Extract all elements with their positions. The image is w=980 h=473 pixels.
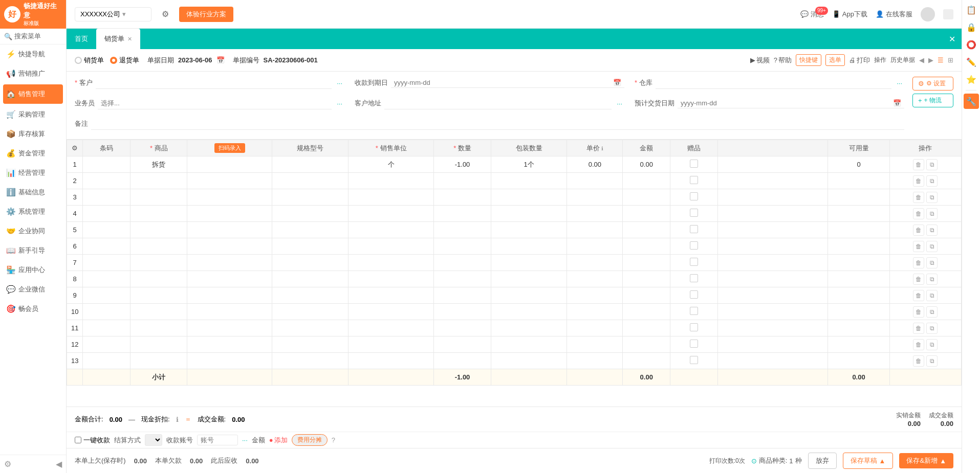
- tab-sales-order[interactable]: 销货单 ✕: [96, 29, 140, 49]
- copy-btn[interactable]: ⧉: [926, 192, 938, 203]
- delete-btn[interactable]: 🗑: [913, 290, 924, 301]
- address-more-icon[interactable]: ···: [615, 100, 624, 107]
- delete-btn[interactable]: 🗑: [913, 306, 924, 318]
- sidebar-item-inventory[interactable]: 📦 库存核算: [0, 124, 66, 144]
- right-icon-lock[interactable]: 🔒: [964, 19, 979, 35]
- tab-home[interactable]: 首页: [67, 29, 96, 49]
- td-note-1[interactable]: [717, 156, 827, 173]
- right-icon-orange[interactable]: 🔧: [964, 94, 979, 109]
- gift-checkbox[interactable]: [690, 176, 698, 184]
- customer-address-input[interactable]: [384, 97, 612, 109]
- sidebar-item-finance[interactable]: 💰 资金管理: [0, 144, 66, 163]
- list-view-icon[interactable]: ☰: [938, 56, 944, 64]
- copy-btn[interactable]: ⧉: [926, 306, 938, 318]
- delete-btn[interactable]: 🗑: [913, 224, 924, 236]
- collapse-icon[interactable]: ◀: [56, 459, 62, 469]
- td-unit-1[interactable]: 个: [349, 156, 434, 173]
- message-action[interactable]: 💬 消息 99+: [800, 10, 824, 19]
- tab-bar-close[interactable]: ✕: [949, 34, 962, 44]
- account-input[interactable]: [197, 435, 238, 445]
- sidebar-item-purchase[interactable]: 🛒 采购管理: [0, 105, 66, 124]
- sidebar-item-operations[interactable]: 📊 经营管理: [0, 163, 66, 183]
- due-date-input[interactable]: 📅: [391, 78, 624, 88]
- gift-checkbox[interactable]: [690, 290, 698, 299]
- radio-sales-order[interactable]: 销货单: [75, 56, 104, 65]
- expense-split-btn[interactable]: 费用分摊: [292, 434, 328, 446]
- select-btn[interactable]: 选单: [825, 54, 845, 66]
- sidebar-item-system[interactable]: ⚙️ 系统管理: [0, 202, 66, 221]
- due-date-value[interactable]: [394, 79, 611, 86]
- search-menu[interactable]: 🔍 搜索菜单: [0, 29, 66, 44]
- app-download-action[interactable]: 📱 App下载: [832, 10, 867, 19]
- td-qty-1[interactable]: -1.00: [434, 156, 491, 173]
- copy-btn[interactable]: ⧉: [926, 323, 938, 334]
- sidebar-item-basics[interactable]: ℹ️ 基础信息: [0, 183, 66, 202]
- copy-btn[interactable]: ⧉: [926, 224, 938, 236]
- sidebar-item-marketing[interactable]: 📢 营销推广: [0, 64, 66, 83]
- due-date-cal-icon[interactable]: 📅: [613, 79, 621, 86]
- user-menu[interactable]: [943, 9, 953, 19]
- right-icon-notes[interactable]: 📋: [964, 2, 979, 17]
- delete-btn[interactable]: 🗑: [913, 355, 924, 367]
- delete-btn[interactable]: 🗑: [913, 192, 924, 203]
- delete-btn[interactable]: 🗑: [913, 274, 924, 285]
- right-icon-edit[interactable]: ✏️: [964, 54, 979, 70]
- help-btn[interactable]: ? 帮助: [774, 56, 792, 65]
- operation-btn[interactable]: 操作: [874, 56, 886, 64]
- copy-btn[interactable]: ⧉: [926, 241, 938, 252]
- expected-date-value[interactable]: [681, 99, 891, 107]
- shortcut-btn[interactable]: 快捷键: [796, 54, 821, 66]
- logistics-btn[interactable]: + + 物流: [912, 94, 953, 107]
- right-icon-circle[interactable]: ⭕: [964, 37, 979, 52]
- abandon-btn[interactable]: 放弃: [808, 453, 837, 469]
- gift-checkbox[interactable]: [690, 241, 698, 250]
- company-selector[interactable]: XXXXXX公司 ▾: [75, 7, 151, 21]
- td-product-1[interactable]: 拆货: [130, 156, 187, 173]
- td-pack-qty-1[interactable]: 1个: [491, 156, 567, 173]
- copy-btn[interactable]: ⧉: [926, 175, 938, 187]
- prev-icon[interactable]: ◀: [919, 56, 924, 64]
- add-payment-btn[interactable]: ● 添加: [269, 436, 288, 445]
- salesman-input[interactable]: [98, 97, 332, 109]
- customer-more-icon[interactable]: ···: [335, 79, 344, 87]
- sidebar-item-app-center[interactable]: 🏪 应用中心: [0, 260, 66, 280]
- save-new-btn[interactable]: 保存&新增 ▲: [899, 453, 953, 468]
- gift-checkbox[interactable]: [690, 356, 698, 364]
- trial-button[interactable]: 体验行业方案: [179, 7, 233, 22]
- delete-btn[interactable]: 🗑: [913, 208, 924, 219]
- print-btn[interactable]: 🖨 打印: [849, 56, 870, 65]
- remark-input[interactable]: [91, 118, 904, 130]
- right-icon-star[interactable]: ⭐: [964, 72, 979, 87]
- save-draft-btn[interactable]: 保存草稿 ▲: [843, 453, 894, 469]
- settings-button[interactable]: ⚙: [158, 7, 173, 22]
- user-avatar[interactable]: [921, 7, 935, 21]
- salesman-more-icon[interactable]: ···: [335, 100, 344, 107]
- radio-return-order[interactable]: 退货单: [110, 56, 139, 65]
- payment-checkbox-input[interactable]: [75, 437, 81, 443]
- warehouse-more-icon[interactable]: ···: [895, 79, 904, 87]
- gift-checkbox[interactable]: [690, 192, 698, 200]
- gift-checkbox[interactable]: [690, 340, 698, 348]
- customer-input[interactable]: [96, 77, 332, 89]
- copy-btn[interactable]: ⧉: [926, 257, 938, 268]
- gift-checkbox[interactable]: [690, 307, 698, 315]
- td-amount-1[interactable]: 0.00: [623, 156, 670, 173]
- copy-btn[interactable]: ⧉: [926, 208, 938, 219]
- account-more-icon[interactable]: ···: [242, 436, 248, 444]
- calendar-icon[interactable]: 📅: [216, 56, 225, 64]
- td-spec-1[interactable]: [272, 156, 349, 173]
- settings-bottom-icon[interactable]: ⚙: [4, 459, 11, 469]
- grid-view-icon[interactable]: ⊞: [948, 56, 953, 64]
- expected-date-input[interactable]: 📅: [678, 98, 904, 108]
- gift-checkbox-1[interactable]: [690, 160, 698, 168]
- history-btn[interactable]: 历史单据: [890, 56, 915, 64]
- copy-btn[interactable]: ⧉: [926, 355, 938, 367]
- online-service-action[interactable]: 👤 在线客服: [876, 10, 912, 19]
- gift-checkbox[interactable]: [690, 258, 698, 266]
- td-barcode-1[interactable]: [83, 156, 130, 173]
- th-gear[interactable]: ⚙: [67, 140, 83, 156]
- gift-checkbox[interactable]: [690, 274, 698, 282]
- next-icon[interactable]: ▶: [928, 56, 933, 64]
- copy-btn[interactable]: ⧉: [926, 290, 938, 301]
- delete-btn[interactable]: 🗑: [913, 257, 924, 268]
